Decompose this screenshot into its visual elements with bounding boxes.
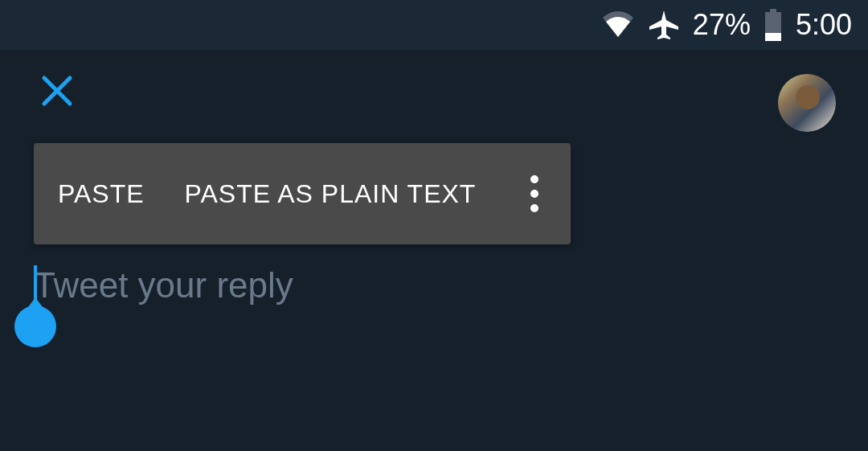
paste-plain-menu-item[interactable]: PASTE AS PLAIN TEXT: [185, 179, 477, 209]
status-bar: 27% 5:00: [0, 0, 868, 50]
svg-rect-2: [765, 33, 781, 41]
svg-rect-0: [770, 9, 776, 12]
user-avatar[interactable]: [778, 74, 836, 132]
airplane-mode-icon: [648, 9, 680, 41]
text-cursor-handle[interactable]: [14, 305, 56, 347]
paste-menu-item[interactable]: PASTE: [58, 179, 145, 209]
compose-input[interactable]: Tweet your reply: [34, 265, 836, 305]
battery-icon: [764, 9, 783, 41]
text-context-menu: PASTE PASTE AS PLAIN TEXT: [34, 143, 571, 244]
compose-placeholder: Tweet your reply: [34, 265, 836, 305]
battery-percent: 27%: [693, 8, 751, 42]
clock-time: 5:00: [796, 8, 852, 42]
compose-header: [0, 50, 868, 132]
close-button[interactable]: [40, 74, 74, 111]
more-options-icon[interactable]: [522, 167, 547, 220]
wifi-icon: [601, 11, 635, 39]
